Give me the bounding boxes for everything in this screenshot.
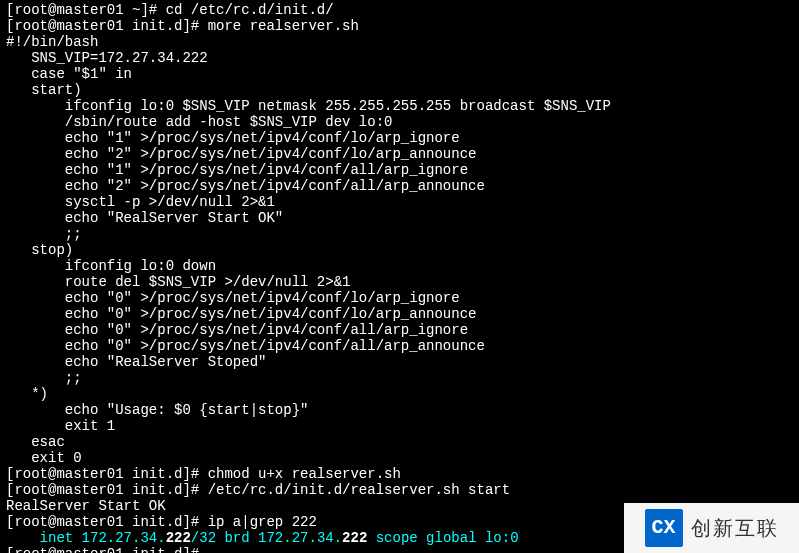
terminal-line: SNS_VIP=172.27.34.222	[6, 50, 793, 66]
terminal-line: echo "1" >/proc/sys/net/ipv4/conf/all/ar…	[6, 162, 793, 178]
terminal-text: start)	[6, 82, 82, 98]
terminal-text: 222	[166, 530, 191, 546]
terminal-text: scope global lo:0	[367, 530, 518, 546]
terminal-line: *)	[6, 386, 793, 402]
terminal-text: 222	[342, 530, 367, 546]
terminal-text: exit 0	[6, 450, 82, 466]
terminal-text: echo "0" >/proc/sys/net/ipv4/conf/all/ar…	[6, 322, 468, 338]
terminal-line: exit 1	[6, 418, 793, 434]
terminal-line: echo "RealServer Start OK"	[6, 210, 793, 226]
terminal-text: inet 172.27.34.	[6, 530, 166, 546]
terminal-text: [root@master01 init.d]#	[6, 546, 208, 553]
terminal-text: echo "RealServer Start OK"	[6, 210, 283, 226]
terminal-line: ifconfig lo:0 $SNS_VIP netmask 255.255.2…	[6, 98, 793, 114]
terminal-text: echo "2" >/proc/sys/net/ipv4/conf/all/ar…	[6, 178, 485, 194]
terminal-line: start)	[6, 82, 793, 98]
terminal-line: sysctl -p >/dev/null 2>&1	[6, 194, 793, 210]
terminal-text: ;;	[6, 226, 82, 242]
terminal-line: ifconfig lo:0 down	[6, 258, 793, 274]
terminal-line: echo "RealServer Stoped"	[6, 354, 793, 370]
terminal-text: RealServer Start OK	[6, 498, 166, 514]
terminal-line: echo "2" >/proc/sys/net/ipv4/conf/lo/arp…	[6, 146, 793, 162]
terminal-text: sysctl -p >/dev/null 2>&1	[6, 194, 275, 210]
terminal-line: [root@master01 init.d]# chmod u+x realse…	[6, 466, 793, 482]
watermark-logo: CX	[645, 509, 683, 547]
terminal-line: [root@master01 ~]# cd /etc/rc.d/init.d/	[6, 2, 793, 18]
terminal-text: /32 brd 172.27.34.	[191, 530, 342, 546]
terminal-line: echo "2" >/proc/sys/net/ipv4/conf/all/ar…	[6, 178, 793, 194]
terminal-line: esac	[6, 434, 793, 450]
terminal-text: echo "0" >/proc/sys/net/ipv4/conf/all/ar…	[6, 338, 485, 354]
terminal-text: [root@master01 init.d]# more realserver.…	[6, 18, 359, 34]
terminal-text: *)	[6, 386, 48, 402]
terminal-text: echo "0" >/proc/sys/net/ipv4/conf/lo/arp…	[6, 290, 460, 306]
terminal-text: ifconfig lo:0 down	[6, 258, 216, 274]
terminal-text: echo "Usage: $0 {start|stop}"	[6, 402, 308, 418]
terminal-line: echo "0" >/proc/sys/net/ipv4/conf/all/ar…	[6, 338, 793, 354]
terminal-line: [root@master01 init.d]# more realserver.…	[6, 18, 793, 34]
terminal-line: /sbin/route add -host $SNS_VIP dev lo:0	[6, 114, 793, 130]
terminal-text: [root@master01 init.d]# /etc/rc.d/init.d…	[6, 482, 510, 498]
terminal-text: echo "RealServer Stoped"	[6, 354, 266, 370]
terminal-line: echo "0" >/proc/sys/net/ipv4/conf/lo/arp…	[6, 306, 793, 322]
terminal-text: echo "2" >/proc/sys/net/ipv4/conf/lo/arp…	[6, 146, 476, 162]
watermark: CX 创新互联	[624, 503, 799, 553]
terminal-text: route del $SNS_VIP >/dev/null 2>&1	[6, 274, 350, 290]
terminal-line: #!/bin/bash	[6, 34, 793, 50]
terminal-text: echo "1" >/proc/sys/net/ipv4/conf/lo/arp…	[6, 130, 460, 146]
terminal-text: SNS_VIP=172.27.34.222	[6, 50, 208, 66]
terminal-text: [root@master01 init.d]# ip a|grep 222	[6, 514, 317, 530]
terminal-text: [root@master01 ~]# cd /etc/rc.d/init.d/	[6, 2, 334, 18]
terminal-line: echo "1" >/proc/sys/net/ipv4/conf/lo/arp…	[6, 130, 793, 146]
terminal-output[interactable]: [root@master01 ~]# cd /etc/rc.d/init.d/[…	[0, 0, 799, 553]
watermark-text: 创新互联	[691, 520, 779, 536]
terminal-text: #!/bin/bash	[6, 34, 98, 50]
terminal-line: route del $SNS_VIP >/dev/null 2>&1	[6, 274, 793, 290]
terminal-text: echo "1" >/proc/sys/net/ipv4/conf/all/ar…	[6, 162, 468, 178]
terminal-line: ;;	[6, 370, 793, 386]
terminal-line: echo "Usage: $0 {start|stop}"	[6, 402, 793, 418]
terminal-line: echo "0" >/proc/sys/net/ipv4/conf/lo/arp…	[6, 290, 793, 306]
terminal-line: [root@master01 init.d]# /etc/rc.d/init.d…	[6, 482, 793, 498]
terminal-text: ifconfig lo:0 $SNS_VIP netmask 255.255.2…	[6, 98, 611, 114]
terminal-line: echo "0" >/proc/sys/net/ipv4/conf/all/ar…	[6, 322, 793, 338]
terminal-text: echo "0" >/proc/sys/net/ipv4/conf/lo/arp…	[6, 306, 476, 322]
terminal-text: /sbin/route add -host $SNS_VIP dev lo:0	[6, 114, 392, 130]
terminal-text: exit 1	[6, 418, 115, 434]
terminal-line: stop)	[6, 242, 793, 258]
terminal-text: stop)	[6, 242, 73, 258]
terminal-text: esac	[6, 434, 65, 450]
terminal-line: case "$1" in	[6, 66, 793, 82]
terminal-text: ;;	[6, 370, 82, 386]
terminal-line: exit 0	[6, 450, 793, 466]
terminal-text: case "$1" in	[6, 66, 132, 82]
terminal-text: [root@master01 init.d]# chmod u+x realse…	[6, 466, 401, 482]
terminal-line: ;;	[6, 226, 793, 242]
